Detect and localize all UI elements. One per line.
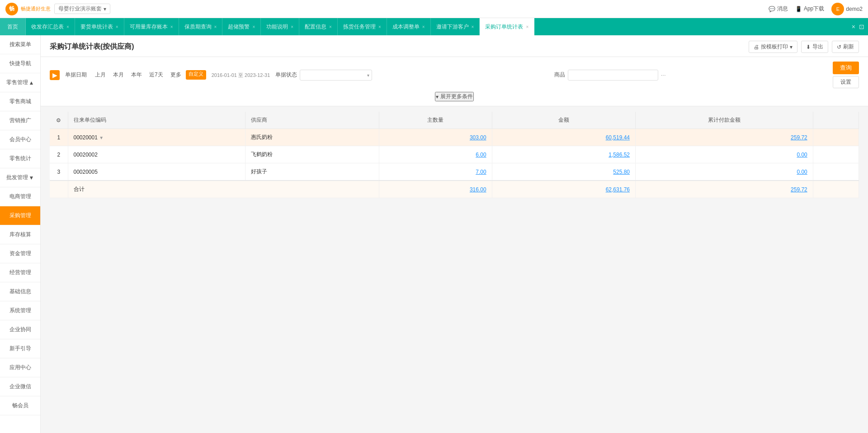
filter-row-2: ▾ 展开更多条件 — [50, 92, 859, 101]
sidebar-item-member2[interactable]: 畅会员 — [0, 396, 40, 415]
tab-available-stock[interactable]: 可用量库存账本 × — [124, 18, 179, 35]
tab-label: 超储预警 — [228, 23, 250, 31]
tab-close-icon[interactable]: × — [170, 24, 173, 29]
sidebar-item-wholesale[interactable]: 批发管理 ▼ — [0, 168, 40, 187]
row-quantity[interactable]: 7.00 — [379, 163, 492, 181]
search-label: 搜索菜单 — [3, 41, 38, 48]
user-avatar: E — [831, 3, 844, 15]
sidebar-item-basic-info[interactable]: 基础信息 — [0, 282, 40, 301]
tab-close-icon[interactable]: × — [378, 24, 381, 29]
finance-label: 资金管理 — [3, 250, 38, 257]
date-last-month-btn[interactable]: 上月 — [92, 70, 108, 80]
main-layout: 搜索菜单 快捷导航 零售管理 ▲ 零售商城 营销推广 会员中心 零售统计 批发管… — [0, 35, 868, 433]
tab-close-icon[interactable]: × — [252, 24, 255, 29]
row-paid[interactable]: 0.00 — [636, 163, 813, 181]
tab-function-desc[interactable]: 功能说明 × — [261, 18, 299, 35]
query-button[interactable]: 查询 — [833, 62, 859, 74]
table-area: ⚙ 往来单位编码 供应商 主数量 金额 累计付款金额 1 000200 — [41, 106, 868, 433]
print-button[interactable]: 🖨 按模板打印 ▾ — [749, 41, 797, 53]
sidebar-item-quicknav[interactable]: 快捷导航 — [0, 54, 40, 73]
sidebar-item-system[interactable]: 系统管理 — [0, 301, 40, 320]
goods-more-icon[interactable]: ··· — [661, 71, 666, 78]
sidebar-item-marketing[interactable]: 营销推广 — [0, 111, 40, 130]
expand-arrow-icon[interactable]: ▼ — [99, 135, 104, 140]
tab-label: 保质期查询 — [184, 23, 212, 31]
tab-close-icon[interactable]: × — [291, 24, 293, 29]
sidebar-item-new-guide[interactable]: 新手引导 — [0, 339, 40, 358]
col-settings: ⚙ — [50, 112, 68, 129]
tab-home[interactable]: 首页 — [0, 18, 26, 35]
date-range-text: 2016-01-01 至 2023-12-31 — [212, 72, 270, 79]
date-this-year-btn[interactable]: 本年 — [128, 70, 145, 80]
retail-stats-label: 零售统计 — [3, 155, 38, 162]
workspace-selector[interactable]: 母婴行业演示账套 ▾ — [54, 4, 110, 14]
refresh-button[interactable]: ↺ 刷新 — [832, 41, 859, 53]
footer-extra — [813, 181, 859, 198]
row-amount[interactable]: 60,519.44 — [492, 129, 635, 146]
row-paid[interactable]: 0.00 — [636, 146, 813, 163]
sidebar-item-search[interactable]: 搜索菜单 — [0, 35, 40, 54]
tab-receive-summary[interactable]: 收发存汇总表 × — [26, 18, 75, 35]
tab-label: 配置信息 — [305, 23, 326, 31]
row-quantity[interactable]: 6.00 — [379, 146, 492, 163]
tab-close-all-btn[interactable]: × — [852, 23, 855, 30]
message-btn[interactable]: 💬 消息 — [769, 5, 788, 13]
sidebar-item-app-center[interactable]: 应用中心 — [0, 358, 40, 377]
tab-close-icon[interactable]: × — [214, 24, 217, 29]
filter-area: ▶ 单据日期 上月 本月 本年 近7天 更多 自定义 2016-01-01 至 … — [41, 57, 868, 106]
sidebar-item-finance[interactable]: 资金管理 — [0, 244, 40, 263]
date-last-7-days-btn[interactable]: 近7天 — [146, 70, 166, 80]
tab-close-icon[interactable]: × — [472, 24, 474, 29]
status-select[interactable] — [300, 70, 372, 81]
export-button[interactable]: ⬇ 导出 — [801, 41, 828, 53]
sidebar-item-retail-stats[interactable]: 零售统计 — [0, 149, 40, 168]
sidebar-item-enterprise[interactable]: 企业协同 — [0, 320, 40, 339]
tab-cost-adjust[interactable]: 成本调整单 × — [387, 18, 431, 35]
sidebar-item-purchase[interactable]: 采购管理 — [0, 206, 40, 225]
tab-config-info[interactable]: 配置信息 × — [299, 18, 338, 35]
tab-invite-customer[interactable]: 邀请下游客户 × — [431, 18, 480, 35]
expand-more-label: 展开更多条件 — [440, 93, 473, 100]
tab-close-icon[interactable]: × — [329, 24, 332, 29]
sidebar-item-ecommerce[interactable]: 电商管理 — [0, 187, 40, 206]
row-quantity[interactable]: 303.00 — [379, 129, 492, 146]
app-download-btn[interactable]: 📱 App下载 — [795, 5, 824, 13]
row-amount[interactable]: 525.80 — [492, 163, 635, 181]
tab-order-summary[interactable]: 要货单统计表 × — [75, 18, 124, 35]
tab-restore-btn[interactable]: ⊡ — [859, 23, 864, 30]
username: demo2 — [846, 6, 863, 12]
col-paid: 累计付款金额 — [636, 112, 813, 129]
tab-shelf-life[interactable]: 保质期查询 × — [179, 18, 223, 35]
tab-close-icon[interactable]: × — [526, 24, 528, 29]
setting-button[interactable]: 设置 — [833, 76, 859, 88]
user-area[interactable]: E demo2 — [831, 3, 863, 15]
tab-label: 功能说明 — [266, 23, 288, 31]
goods-input[interactable] — [568, 70, 658, 81]
tab-overstock[interactable]: 超储预警 × — [222, 18, 261, 35]
settings-icon[interactable]: ⚙ — [56, 117, 61, 124]
filter-expand-btn[interactable]: ▶ — [50, 70, 60, 80]
expand-more-btn[interactable]: ▾ 展开更多条件 — [435, 92, 474, 101]
row-amount[interactable]: 1,586.52 — [492, 146, 635, 163]
ecommerce-label: 电商管理 — [3, 193, 38, 200]
retail-mgmt-label: 零售管理 — [6, 79, 28, 86]
app-download-label: App下载 — [804, 5, 824, 13]
row-unit-code: 00020002 — [68, 146, 245, 163]
tab-close-icon[interactable]: × — [116, 24, 118, 29]
row-paid[interactable]: 259.72 — [636, 129, 813, 146]
arrow-icon: ▼ — [29, 175, 34, 181]
sidebar-item-inventory[interactable]: 库存核算 — [0, 225, 40, 244]
goods-filter-label: 商品 — [554, 71, 565, 79]
tab-picking-task[interactable]: 拣货任务管理 × — [338, 18, 387, 35]
tab-close-icon[interactable]: × — [422, 24, 425, 29]
tab-close-icon[interactable]: × — [66, 24, 69, 29]
date-this-month-btn[interactable]: 本月 — [110, 70, 127, 80]
col-unit-code: 往来单位编码 — [68, 112, 245, 129]
tab-purchase-stats[interactable]: 采购订单统计表 × — [480, 18, 534, 35]
sidebar-item-enterprise-wechat[interactable]: 企业微信 — [0, 377, 40, 396]
date-more-btn[interactable]: 更多 — [168, 70, 184, 80]
sidebar-item-retail-shop[interactable]: 零售商城 — [0, 92, 40, 111]
sidebar-item-operations[interactable]: 经营管理 — [0, 263, 40, 282]
sidebar-item-member[interactable]: 会员中心 — [0, 130, 40, 149]
sidebar-item-retail-mgmt[interactable]: 零售管理 ▲ — [0, 73, 40, 92]
